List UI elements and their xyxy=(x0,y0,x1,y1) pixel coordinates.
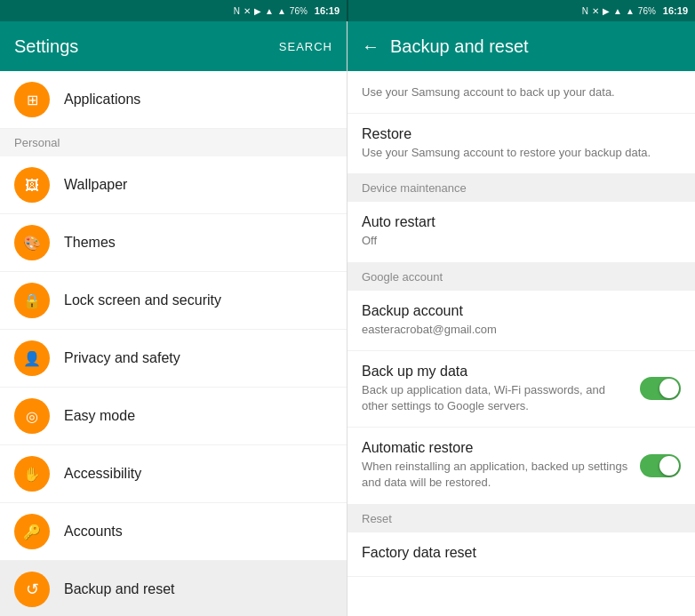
automatic-restore-title: Automatic restore xyxy=(362,440,629,456)
sidebar-item-privacy[interactable]: Privacy and safety xyxy=(0,330,347,388)
restore-title: Restore xyxy=(362,126,681,142)
back-up-data-subtitle: Back up application data, Wi-Fi password… xyxy=(362,382,629,414)
sidebar-item-accounts[interactable]: Accounts xyxy=(0,503,347,561)
toggle-track xyxy=(640,377,681,400)
wallpaper-icon-glyph xyxy=(25,176,39,195)
mute-icon-r: ✕ xyxy=(592,6,599,16)
play-icon: ▶ xyxy=(254,6,261,16)
backup-intro-item: Use your Samsung account to back up your… xyxy=(348,71,695,114)
left-header: Settings SEARCH xyxy=(0,21,347,71)
left-panel: Settings SEARCH Applications Personal Wa… xyxy=(0,21,348,616)
backup-icon-glyph xyxy=(26,580,39,599)
right-panel: ← Backup and reset Use your Samsung acco… xyxy=(348,21,695,616)
google-account-section: Google account xyxy=(348,263,695,291)
automatic-restore-item[interactable]: Automatic restore When reinstalling an a… xyxy=(348,428,695,504)
lock-icon xyxy=(14,283,50,318)
search-button[interactable]: SEARCH xyxy=(279,40,332,53)
time-left: 16:19 xyxy=(315,5,340,16)
sidebar-item-lock-screen[interactable]: Lock screen and security xyxy=(0,272,347,330)
status-bar-left: N ✕ ▶ ▲ ▲ 76% 16:19 xyxy=(0,0,347,21)
auto-restart-subtitle: Off xyxy=(362,233,681,249)
sidebar-item-applications[interactable]: Applications xyxy=(0,71,347,129)
left-status-icons: N ✕ ▶ ▲ ▲ 76% 16:19 xyxy=(234,5,340,16)
sidebar-item-backup[interactable]: Backup and reset xyxy=(0,561,347,616)
auto-restart-title: Auto restart xyxy=(362,214,681,230)
auto-toggle-thumb xyxy=(659,456,679,476)
settings-list: Applications Personal Wallpaper Themes xyxy=(0,71,347,616)
mute-icon: ✕ xyxy=(244,6,251,16)
back-up-data-item[interactable]: Back up my data Back up application data… xyxy=(348,351,695,428)
right-content: Use your Samsung account to back up your… xyxy=(348,71,695,616)
accessibility-icon-glyph xyxy=(23,465,41,484)
right-status-icons: N ✕ ▶ ▲ ▲ 76% 16:19 xyxy=(582,5,688,16)
time-right: 16:19 xyxy=(663,5,688,16)
restore-subtitle: Use your Samsung account to restore your… xyxy=(362,145,681,161)
backup-intro-subtitle: Use your Samsung account to back up your… xyxy=(362,85,615,99)
back-up-data-row: Back up my data Back up application data… xyxy=(362,364,681,414)
restore-item[interactable]: Restore Use your Samsung account to rest… xyxy=(348,114,695,174)
applications-label: Applications xyxy=(64,92,140,108)
main-layout: Settings SEARCH Applications Personal Wa… xyxy=(0,21,695,616)
factory-reset-title: Factory data reset xyxy=(362,545,681,561)
sidebar-item-wallpaper[interactable]: Wallpaper xyxy=(0,156,347,214)
privacy-icon xyxy=(14,340,50,376)
device-maintenance-section: Device maintenance xyxy=(348,174,695,202)
automatic-restore-row: Automatic restore When reinstalling an a… xyxy=(362,440,681,491)
right-panel-title: Backup and reset xyxy=(390,36,529,57)
privacy-label: Privacy and safety xyxy=(64,350,180,366)
themes-icon-glyph xyxy=(23,234,41,252)
wallpaper-icon xyxy=(14,167,50,203)
lock-screen-label: Lock screen and security xyxy=(64,292,221,308)
applications-icon xyxy=(14,82,50,117)
signal-icon: ▲ xyxy=(277,6,286,16)
settings-title: Settings xyxy=(14,36,78,57)
back-button[interactable]: ← xyxy=(362,36,379,57)
wifi-icon-r: ▲ xyxy=(613,6,622,16)
privacy-icon-glyph xyxy=(23,349,41,368)
status-bar: N ✕ ▶ ▲ ▲ 76% 16:19 N ✕ ▶ ▲ ▲ 76% 16:19 xyxy=(0,0,695,21)
back-up-data-toggle[interactable] xyxy=(640,377,681,400)
play-icon-r: ▶ xyxy=(603,6,610,16)
battery-left: 76% xyxy=(290,6,308,16)
accounts-icon xyxy=(14,514,50,549)
themes-icon xyxy=(14,225,50,260)
automatic-restore-subtitle: When reinstalling an application, backed… xyxy=(362,459,629,491)
sidebar-item-accessibility[interactable]: Accessibility xyxy=(0,445,347,503)
easy-icon-glyph xyxy=(26,407,38,426)
automatic-restore-toggle[interactable] xyxy=(640,454,681,477)
accessibility-label: Accessibility xyxy=(64,466,141,482)
accessibility-icon xyxy=(14,456,50,492)
status-bar-right: N ✕ ▶ ▲ ▲ 76% 16:19 xyxy=(348,0,695,21)
accounts-label: Accounts xyxy=(64,524,123,540)
backup-account-subtitle: easteracrobat@gmail.com xyxy=(362,322,681,338)
sidebar-item-themes[interactable]: Themes xyxy=(0,214,347,272)
notification-icon: N xyxy=(234,6,240,16)
apps-icon-glyph xyxy=(27,91,38,109)
easy-icon xyxy=(14,398,50,434)
backup-label: Backup and reset xyxy=(64,581,175,597)
auto-restart-item[interactable]: Auto restart Off xyxy=(348,202,695,262)
accounts-icon-glyph xyxy=(23,523,41,541)
personal-section-header: Personal xyxy=(0,129,347,156)
easy-mode-label: Easy mode xyxy=(64,408,135,424)
right-header: ← Backup and reset xyxy=(348,21,695,71)
backup-account-title: Backup account xyxy=(362,303,681,319)
notification-icon-r: N xyxy=(582,6,588,16)
signal-icon-r: ▲ xyxy=(626,6,635,16)
lock-icon-glyph xyxy=(23,292,41,310)
themes-label: Themes xyxy=(64,235,116,251)
auto-toggle-track xyxy=(640,454,681,477)
sidebar-item-easy-mode[interactable]: Easy mode xyxy=(0,388,347,445)
wallpaper-label: Wallpaper xyxy=(64,177,127,193)
reset-section: Reset xyxy=(348,505,695,532)
factory-reset-item[interactable]: Factory data reset xyxy=(348,532,695,577)
backup-account-item[interactable]: Backup account easteracrobat@gmail.com xyxy=(348,291,695,351)
back-up-data-title: Back up my data xyxy=(362,364,629,380)
backup-icon xyxy=(14,572,50,607)
battery-right: 76% xyxy=(638,6,656,16)
toggle-thumb xyxy=(659,379,679,398)
wifi-icon: ▲ xyxy=(265,6,274,16)
